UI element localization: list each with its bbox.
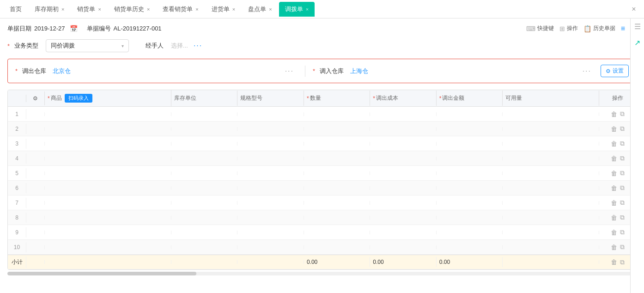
handler-input[interactable]: 选择... (171, 42, 188, 50)
row-copy-btn-7[interactable]: ⧉ (619, 198, 626, 208)
handler-more-icon[interactable]: ··· (194, 42, 202, 50)
row-product-6[interactable] (45, 186, 171, 190)
layout-button-1[interactable]: ≡ (621, 24, 625, 33)
sidebar-export-icon[interactable]: ↗ (634, 38, 640, 47)
horizontal-scrollbar[interactable] (7, 272, 637, 275)
tab-inventory-check-close[interactable]: × (269, 6, 272, 12)
row-delete-btn-10[interactable]: 🗑 (609, 243, 619, 252)
th-spec: 规格型号 (237, 91, 304, 106)
tab-sales-order[interactable]: 销货单 × (71, 2, 107, 17)
date-value[interactable]: 2019-12-27 (34, 25, 65, 32)
row-qty-2[interactable] (304, 127, 370, 131)
row-qty-10[interactable] (304, 245, 370, 249)
row-qty-5[interactable] (304, 171, 370, 175)
row-copy-btn-4[interactable]: ⧉ (619, 153, 626, 163)
row-delete-btn-6[interactable]: 🗑 (609, 183, 619, 193)
history-button[interactable]: 📋 历史单据 (583, 24, 615, 32)
shortcut-button[interactable]: ⌨ 快捷键 (526, 24, 554, 32)
scan-button[interactable]: 扫码录入 (65, 94, 92, 103)
row-product-2[interactable] (45, 127, 171, 131)
calendar-icon[interactable]: 📅 (70, 25, 78, 32)
warehouse-in-more[interactable]: ··· (579, 67, 595, 75)
row-copy-btn-2[interactable]: ⧉ (619, 124, 626, 134)
row-cost-7 (370, 201, 436, 205)
row-copy-btn-8[interactable]: ⧉ (619, 213, 626, 222)
row-product-7[interactable] (45, 201, 171, 205)
tab-purchase-order[interactable]: 进货单 × (206, 2, 241, 17)
settings-button[interactable]: ⚙ 设置 (601, 65, 629, 77)
row-copy-btn-9[interactable]: ⧉ (619, 227, 626, 237)
th-gear[interactable]: ⚙ (26, 92, 45, 105)
row-product-4[interactable] (45, 157, 171, 160)
row-copy-btn-6[interactable]: ⧉ (619, 183, 626, 193)
row-avail-4 (503, 157, 599, 160)
tab-home[interactable]: 首页 (4, 2, 28, 17)
tab-sales-order-label: 销货单 (77, 5, 95, 13)
row-copy-btn-1[interactable]: ⧉ (619, 109, 626, 119)
row-product-5[interactable] (45, 171, 171, 175)
row-delete-btn-2[interactable]: 🗑 (609, 124, 619, 134)
row-product-3[interactable] (45, 142, 171, 146)
tab-sales-history[interactable]: 销货单历史 × (108, 2, 156, 17)
row-unit-10 (171, 245, 237, 249)
tab-view-sales[interactable]: 查看销货单 × (157, 2, 204, 17)
tab-view-sales-close[interactable]: × (195, 6, 198, 12)
subtotal-unit-cell (171, 260, 237, 264)
row-qty-6[interactable] (304, 186, 370, 190)
tab-inventory-check[interactable]: 盘点单 × (242, 2, 278, 17)
row-delete-btn-1[interactable]: 🗑 (609, 110, 619, 119)
row-amount-9 (437, 231, 503, 234)
subtotal-copy-icon[interactable]: ⧉ (619, 257, 626, 267)
row-delete-btn-5[interactable]: 🗑 (609, 169, 619, 178)
warehouse-out-value[interactable]: 北京仓 (53, 67, 71, 75)
row-delete-btn-3[interactable]: 🗑 (609, 139, 619, 148)
warehouse-section: * 调出仓库 北京仓 ··· * 调入仓库 上海仓 ··· ⚙ 设置 (7, 59, 637, 83)
row-delete-btn-7[interactable]: 🗑 (609, 198, 619, 208)
table-row: 9 🗑 ⧉ (8, 225, 636, 240)
sidebar-list-icon[interactable]: ☰ (634, 22, 641, 31)
table-row: 8 🗑 ⧉ (8, 210, 636, 225)
row-unit-7 (171, 201, 237, 205)
row-product-9[interactable] (45, 231, 171, 234)
row-product-1[interactable] (45, 112, 171, 116)
row-qty-1[interactable] (304, 112, 370, 116)
tab-purchase-order-close[interactable]: × (232, 6, 235, 12)
th-num (8, 95, 26, 102)
row-qty-4[interactable] (304, 157, 370, 160)
row-qty-9[interactable] (304, 231, 370, 234)
row-delete-btn-9[interactable]: 🗑 (609, 228, 619, 237)
warehouse-in-value[interactable]: 上海仓 (350, 67, 368, 75)
operations-button[interactable]: ⊞ 操作 (559, 24, 578, 32)
history-icon: 📋 (583, 25, 591, 32)
row-qty-8[interactable] (304, 216, 370, 220)
row-qty-7[interactable] (304, 201, 370, 205)
window-close-button[interactable]: × (627, 3, 640, 16)
row-qty-3[interactable] (304, 142, 370, 146)
warehouse-in-label: 调入仓库 (320, 67, 344, 75)
row-spec-8 (237, 216, 304, 220)
business-type-select[interactable]: 同价调拨 ▾ (46, 39, 129, 52)
row-num-10: 10 (8, 242, 26, 252)
row-spec-2 (237, 127, 304, 131)
tab-inventory-init[interactable]: 库存期初 × (29, 2, 70, 17)
row-num-3: 3 (8, 139, 26, 149)
tab-inventory-init-close[interactable]: × (61, 6, 64, 12)
tab-transfer-close[interactable]: × (306, 6, 309, 12)
row-copy-btn-3[interactable]: ⧉ (619, 139, 626, 148)
tab-transfer[interactable]: 调拨单 × (279, 2, 315, 17)
tab-sales-order-close[interactable]: × (98, 6, 101, 12)
row-product-10[interactable] (45, 245, 171, 249)
gear-icon: ⚙ (33, 95, 38, 102)
row-copy-btn-5[interactable]: ⧉ (619, 168, 626, 178)
warehouse-out-more[interactable]: ··· (281, 67, 298, 75)
row-delete-btn-8[interactable]: 🗑 (609, 213, 619, 222)
row-product-8[interactable] (45, 216, 171, 220)
tab-sales-history-close[interactable]: × (147, 6, 150, 12)
th-unit-label: 库存单位 (174, 94, 196, 102)
row-delete-btn-4[interactable]: 🗑 (609, 154, 619, 163)
form-header-left: 单据日期 2019-12-27 📅 单据编号 AL-20191227-001 (7, 24, 162, 33)
subtotal-delete-icon[interactable]: 🗑 (609, 257, 619, 267)
row-copy-btn-10[interactable]: ⧉ (619, 242, 626, 252)
tab-inventory-init-label: 库存期初 (35, 5, 59, 13)
subtotal-avail-cell (503, 260, 599, 264)
